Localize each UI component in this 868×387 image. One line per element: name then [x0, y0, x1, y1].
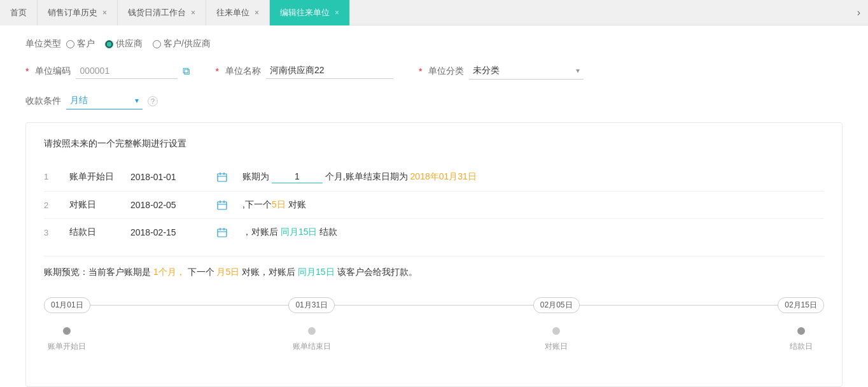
- tab-partner-units-close[interactable]: ×: [255, 8, 259, 17]
- unit-name-star: *: [215, 66, 218, 76]
- preview-part1: 1个月，: [153, 267, 185, 277]
- shoukuan-label: 收款条件: [25, 95, 61, 107]
- tab-edit-partner-close[interactable]: ×: [335, 8, 339, 17]
- unit-type-radio-group: 客户 供应商 客户/供应商: [66, 38, 211, 50]
- tab-sales-history[interactable]: 销售订单历史 ×: [38, 0, 118, 25]
- preview-text: 账期预览：当前客户账期是 1个月， 下一个 月5日 对账，对账后 同月15日 该…: [44, 267, 824, 278]
- calendar-icon-3[interactable]: [217, 227, 227, 237]
- tab-home-label: 首页: [10, 7, 27, 18]
- timeline-point-3: 02月05日 对账日: [533, 297, 580, 352]
- step1-months-input[interactable]: [272, 170, 323, 183]
- radio-supplier[interactable]: 供应商: [105, 38, 143, 50]
- timeline-label-2: 账单结束日: [293, 341, 331, 352]
- tab-bar: 首页 销售订单历史 × 钱货日清工作台 × 往来单位 × 编辑往来单位 × ›: [0, 0, 868, 25]
- preview-part4: 该客户会给我打款。: [337, 267, 417, 277]
- step-date-1: 2018-01-01: [130, 172, 207, 182]
- radio-supplier-label: 供应商: [116, 38, 143, 50]
- unit-type-row: 单位类型 客户 供应商 客户/供应商: [25, 38, 843, 50]
- timeline-dot-1: [63, 327, 71, 335]
- radio-customer[interactable]: 客户: [66, 38, 95, 50]
- unit-name-label: 单位名称: [225, 66, 261, 77]
- calendar-icon-1[interactable]: [217, 172, 227, 182]
- radio-supplier-input[interactable]: [105, 40, 113, 48]
- unit-category-star: *: [419, 66, 422, 76]
- unit-type-label: 单位类型: [25, 38, 61, 50]
- unit-code-item: * 单位编码 ⧉: [25, 63, 190, 79]
- tab-partner-units[interactable]: 往来单位 ×: [206, 0, 270, 25]
- card-title: 请按照未来的一个完整帐期进行设置: [44, 138, 824, 150]
- calendar-icon-2[interactable]: [217, 200, 227, 210]
- unit-code-input[interactable]: [76, 63, 178, 79]
- steps-table: 1 账单开始日 2018-01-01 账期为 个月,账单结束日期为 2018年0…: [44, 162, 824, 246]
- tab-cash-reconcile[interactable]: 钱货日清工作台 ×: [118, 0, 206, 25]
- timeline-badge-3: 02月05日: [533, 297, 580, 313]
- preview-part2-orange: 月5日: [216, 267, 239, 277]
- radio-customer-input[interactable]: [66, 40, 74, 48]
- timeline-dot-3: [552, 327, 560, 335]
- timeline-badge-1: 01月01日: [44, 297, 90, 313]
- card-section: 请按照未来的一个完整帐期进行设置 1 账单开始日 2018-01-01 账期为: [25, 122, 843, 387]
- step1-prefix: 账期为: [242, 171, 269, 181]
- page-content: 单位类型 客户 供应商 客户/供应商 * 单位编码: [0, 25, 868, 387]
- radio-customer-label: 客户: [77, 38, 95, 50]
- step-row-2: 2 对账日 2018-02-05 ,下一个5日 对账: [44, 192, 824, 219]
- step3-prefix: ，对账后: [242, 227, 281, 237]
- question-icon[interactable]: ?: [148, 96, 158, 106]
- timeline-label-4: 结款日: [790, 341, 813, 352]
- step3-suffix: 结款: [317, 227, 337, 237]
- shoukuan-row: 收款条件 月结 ▾ ?: [25, 92, 843, 109]
- radio-both[interactable]: 客户/供应商: [153, 38, 211, 50]
- step-row-3: 3 结款日 2018-02-15 ，对账后 同月15日 结款: [44, 219, 824, 246]
- step-num-1: 1: [44, 172, 59, 181]
- svg-rect-0: [218, 174, 227, 181]
- timeline-point-1: 01月01日 账单开始日: [44, 297, 90, 352]
- svg-rect-8: [218, 229, 227, 237]
- step2-day: 5日: [272, 199, 286, 209]
- step-num-3: 3: [44, 228, 59, 237]
- timeline: 01月01日 账单开始日 01月31日 账单结束日 02月05日 对账: [44, 291, 824, 371]
- timeline-badge-4: 02月15日: [778, 297, 824, 313]
- unit-code-star: *: [25, 66, 29, 76]
- unit-name-input[interactable]: [266, 63, 393, 79]
- step-label-3: 结款日: [69, 227, 120, 238]
- tab-sales-history-close[interactable]: ×: [102, 8, 107, 17]
- timeline-label-1: 账单开始日: [48, 341, 86, 352]
- step-desc-1: 账期为 个月,账单结束日期为 2018年01月31日: [242, 170, 477, 183]
- tab-home[interactable]: 首页: [0, 0, 38, 25]
- timeline-point-4: 02月15日 结款日: [778, 297, 824, 352]
- timeline-badge-2: 01月31日: [288, 297, 335, 313]
- radio-both-label: 客户/供应商: [164, 38, 211, 50]
- preview-part2: 下一个: [188, 267, 214, 277]
- tab-edit-partner-label: 编辑往来单位: [280, 7, 330, 18]
- step-row-1: 1 账单开始日 2018-01-01 账期为 个月,账单结束日期为 2018年0…: [44, 162, 824, 192]
- step1-suffix: 个月,账单结束日期为: [325, 171, 410, 181]
- tab-partner-units-label: 往来单位: [216, 7, 249, 18]
- radio-both-input[interactable]: [153, 40, 161, 48]
- svg-rect-4: [218, 202, 227, 209]
- step-num-2: 2: [44, 201, 59, 210]
- preview-section: 账期预览：当前客户账期是 1个月， 下一个 月5日 对账，对账后 同月15日 该…: [44, 246, 824, 371]
- shoukuan-arrow-icon: ▾: [135, 96, 139, 105]
- preview-part3: 对账，对账后: [242, 267, 295, 277]
- unit-category-select[interactable]: 未分类 ▾: [469, 62, 584, 80]
- unit-code-label: 单位编码: [35, 66, 71, 77]
- preview-part3-teal: 同月15日: [298, 267, 335, 277]
- shoukuan-select[interactable]: 月结 ▾: [66, 92, 143, 109]
- tab-cash-reconcile-close[interactable]: ×: [191, 8, 195, 17]
- unit-info-row: * 单位编码 ⧉ * 单位名称 * 单位分类 未分类 ▾: [25, 62, 843, 80]
- step2-comma: ,下一个: [242, 199, 272, 209]
- timeline-points: 01月01日 账单开始日 01月31日 账单结束日 02月05日 对账: [44, 297, 824, 352]
- timeline-point-2: 01月31日 账单结束日: [288, 297, 335, 352]
- shoukuan-value: 月结: [70, 95, 135, 106]
- tab-more-button[interactable]: ›: [850, 7, 868, 18]
- unit-name-item: * 单位名称: [215, 63, 393, 79]
- timeline-dot-4: [797, 327, 805, 335]
- copy-icon[interactable]: ⧉: [183, 66, 190, 77]
- tab-sales-history-label: 销售订单历史: [48, 7, 97, 18]
- unit-category-item: * 单位分类 未分类 ▾: [419, 62, 584, 80]
- unit-category-value: 未分类: [473, 65, 576, 76]
- tab-edit-partner[interactable]: 编辑往来单位 ×: [270, 0, 350, 25]
- step-date-2: 2018-02-05: [130, 200, 207, 210]
- step-desc-2: ,下一个5日 对账: [242, 199, 306, 211]
- step-date-3: 2018-02-15: [130, 227, 207, 237]
